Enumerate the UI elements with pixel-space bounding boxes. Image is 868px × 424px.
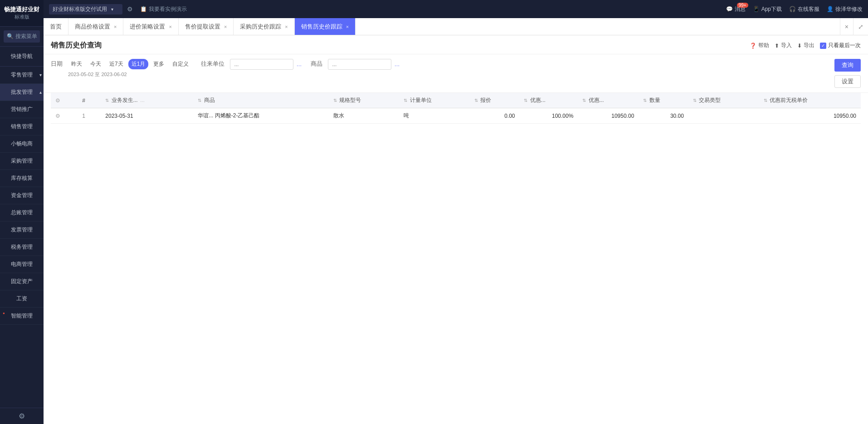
user-menu-button[interactable]: 👤 徐泽华修改 — [827, 5, 863, 13]
tab-product-price[interactable]: 商品价格设置 × — [68, 18, 123, 35]
help-button[interactable]: ❓ 帮助 — [750, 42, 769, 49]
from-unit-more-icon[interactable]: … — [296, 61, 302, 67]
tab-sales-history-close-icon[interactable]: × — [346, 24, 349, 29]
sort-trade-type-icon[interactable]: ⇅ — [693, 98, 697, 103]
tab-purchase-strategy-close-icon[interactable]: × — [169, 24, 171, 29]
only-last-checkbox-area[interactable]: ✓ 只看最后一次 — [820, 42, 861, 49]
tab-price-extract-close-icon[interactable]: × — [224, 24, 227, 29]
app-logo: 畅捷通好业财 标准版 — [0, 0, 44, 27]
col-price-label[interactable]: 报价 — [480, 97, 491, 103]
app-download-button[interactable]: 📱 App下载 — [753, 5, 782, 13]
row-gear-icon[interactable]: ⚙ — [55, 113, 60, 119]
col-product-label[interactable]: 商品 — [204, 97, 215, 103]
import-button[interactable]: ⬆ 导入 — [775, 42, 792, 49]
sidebar-ai-label: 智能管理 — [11, 312, 33, 320]
sidebar-item-invoice[interactable]: 发票管理 — [0, 222, 44, 239]
topbar-gear-icon[interactable]: ⚙ — [127, 5, 133, 13]
sidebar-purchase-label: 采购管理 — [11, 157, 33, 165]
row-unit: 吨 — [399, 108, 470, 124]
sort-pretax-price-icon[interactable]: ⇅ — [764, 98, 767, 103]
filter-actions: 查询 设置 — [834, 59, 861, 88]
quick-nav-area[interactable]: 快捷导航 — [0, 47, 44, 67]
from-unit-label: 往来单位 — [201, 59, 224, 68]
sort-discount-pct-icon[interactable]: ⇅ — [524, 98, 527, 103]
col-business-date-label[interactable]: 业务发生... — [112, 97, 138, 103]
version-selector[interactable]: 好业财标准版交付试用 ▾ — [49, 4, 122, 14]
col-gear-icon[interactable]: ⚙ — [55, 97, 60, 104]
sidebar-item-assets[interactable]: 固定资产 — [0, 273, 44, 290]
tab-purchase-strategy[interactable]: 进价策略设置 × — [123, 18, 178, 35]
tab-price-extract[interactable]: 售价提取设置 × — [179, 18, 234, 35]
sidebar-item-marketing[interactable]: 营销推广 — [0, 101, 44, 118]
only-last-checkbox[interactable]: ✓ — [820, 43, 826, 49]
settings-icon[interactable]: ⚙ — [19, 412, 25, 420]
tab-sales-history[interactable]: 销售历史价跟踪 × — [295, 18, 356, 35]
sidebar-item-salary[interactable]: 工资 — [0, 290, 44, 308]
product-input[interactable] — [328, 59, 391, 70]
online-service-button[interactable]: 🎧 在线客服 — [789, 5, 819, 13]
product-more-icon[interactable]: … — [394, 61, 400, 67]
sidebar-item-ecommerce-small[interactable]: 小畅电商 — [0, 135, 44, 153]
demo-button[interactable]: 📋 我要看实例演示 — [140, 5, 187, 13]
row-spec: 散水 — [329, 108, 400, 124]
sort-business-date-icon[interactable]: ⇅ — [105, 98, 109, 103]
messages-button[interactable]: 💬 消息 99+ — [726, 5, 746, 13]
col-gear: ⚙ — [51, 93, 78, 108]
query-button[interactable]: 查询 — [834, 59, 861, 72]
from-unit-input[interactable] — [230, 59, 293, 70]
sidebar-footer: ⚙ — [0, 408, 44, 424]
search-menu-label: 搜索菜单 — [15, 33, 37, 40]
sidebar-item-ecommerce[interactable]: 电商管理 — [0, 256, 44, 273]
filter-settings-button[interactable]: 设置 — [834, 75, 861, 88]
maximize-window-button[interactable]: ⤢ — [853, 18, 868, 35]
retail-expand-icon: ▾ — [39, 72, 42, 77]
product-filter-group: 商品 … — [311, 59, 400, 70]
online-service-icon: 🎧 — [789, 6, 796, 12]
date-btn-yesterday[interactable]: 昨天 — [68, 59, 85, 69]
col-unit-label[interactable]: 计量单位 — [410, 97, 432, 103]
sidebar-item-wholesale[interactable]: 批发管理 ▴ — [0, 84, 44, 101]
col-discount-pct-label[interactable]: 优惠... — [530, 97, 546, 103]
sidebar-item-inventory[interactable]: 库存核算 — [0, 170, 44, 187]
sidebar-salary-label: 工资 — [16, 295, 27, 303]
sort-quantity-icon[interactable]: ⇅ — [643, 98, 647, 103]
table-wrap: ⚙ # ⇅ 业务发生... … ⇅ 商品 ⇅ 规格 — [44, 93, 868, 424]
results-table: ⚙ # ⇅ 业务发生... … ⇅ 商品 ⇅ 规格 — [51, 93, 861, 124]
col-business-date-menu-icon[interactable]: … — [140, 98, 145, 103]
date-btn-more[interactable]: 更多 — [150, 59, 167, 69]
date-btn-7days[interactable]: 近7天 — [106, 59, 127, 69]
filter-bar: 日期 昨天 今天 近7天 近1月 更多 自定义 2023-05-02 至 202… — [44, 54, 868, 93]
sort-spec-icon[interactable]: ⇅ — [333, 98, 337, 103]
col-spec-label[interactable]: 规格型号 — [339, 97, 361, 103]
sidebar-item-finance[interactable]: 资金管理 — [0, 187, 44, 204]
date-btn-today[interactable]: 今天 — [87, 59, 104, 69]
sidebar-item-ledger[interactable]: 总账管理 — [0, 204, 44, 222]
sidebar-search-area[interactable]: 🔍 搜索菜单 — [0, 27, 44, 47]
sidebar-item-sales[interactable]: 销售管理 — [0, 118, 44, 135]
sort-unit-icon[interactable]: ⇅ — [404, 98, 407, 103]
sidebar-item-ai[interactable]: 智能管理 — [0, 308, 44, 325]
sidebar-item-retail[interactable]: 零售管理 ▾ — [0, 67, 44, 84]
sort-discount-amt-icon[interactable]: ⇅ — [582, 98, 586, 103]
tab-home[interactable]: 首页 — [44, 18, 68, 35]
col-discount-amt-label[interactable]: 优惠... — [589, 97, 604, 103]
col-pretax-price-label[interactable]: 优惠前无税单价 — [770, 97, 808, 103]
date-btn-custom[interactable]: 自定义 — [169, 59, 192, 69]
close-window-button[interactable]: × — [840, 18, 853, 35]
col-trade-type-label[interactable]: 交易类型 — [699, 97, 721, 103]
tab-product-price-close-icon[interactable]: × — [114, 24, 117, 29]
col-quantity-label[interactable]: 数量 — [649, 97, 660, 103]
row-pretax-price: 10950.00 — [759, 108, 861, 124]
quick-nav-button[interactable]: 快捷导航 — [4, 50, 40, 63]
sidebar-item-purchase[interactable]: 采购管理 — [0, 153, 44, 170]
sort-price-icon[interactable]: ⇅ — [474, 98, 478, 103]
version-selector-area: 好业财标准版交付试用 ▾ ⚙ — [49, 4, 133, 14]
search-menu-button[interactable]: 🔍 搜索菜单 — [4, 30, 40, 43]
sidebar-item-tax[interactable]: 税务管理 — [0, 239, 44, 256]
table-row: ⚙ 1 2023-05-31 华谊... 丙烯酸-2-乙基己酯 散水 吨 0.0… — [51, 108, 861, 124]
sort-product-icon[interactable]: ⇅ — [198, 98, 201, 103]
date-btn-1month[interactable]: 近1月 — [128, 59, 149, 69]
tab-purchase-history-close-icon[interactable]: × — [285, 24, 288, 29]
export-button[interactable]: ⬇ 导出 — [797, 42, 814, 49]
tab-purchase-history[interactable]: 采购历史价跟踪 × — [234, 18, 294, 35]
